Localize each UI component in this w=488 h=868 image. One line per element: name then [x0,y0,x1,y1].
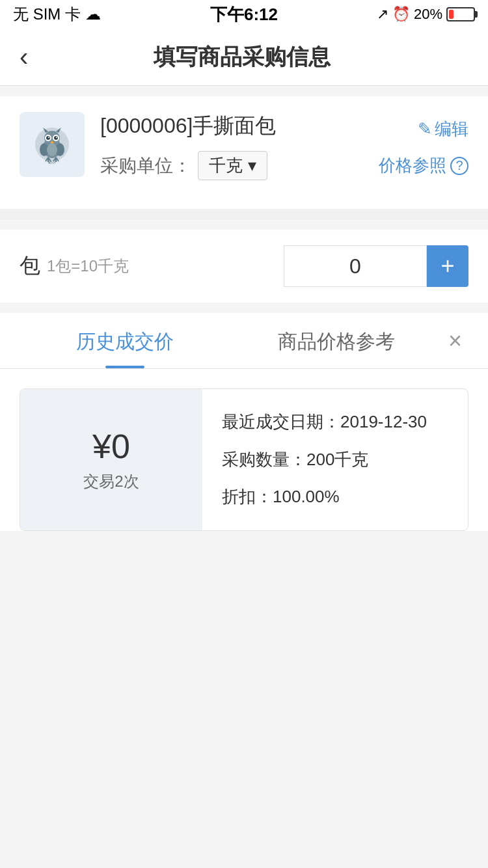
tabs-close-button[interactable]: × [442,327,468,355]
price-recent-date-row: 最近成交日期：2019-12-30 [222,409,448,436]
price-reference-button[interactable]: 价格参照 ? [379,154,468,177]
unit-value: 千克 [209,154,243,177]
price-ref-label: 价格参照 [379,154,446,177]
product-thumbnail: 鲜计 [33,125,72,164]
product-header: 鲜计 [0000006]手撕面包 ✎ 编辑 采购单位： 千克 ▾ [20,112,468,180]
alarm-icon: ⏰ [392,6,410,23]
svg-text:鲜计: 鲜计 [48,161,56,164]
status-time: 下午6:12 [210,3,278,26]
svg-point-10 [56,137,57,138]
svg-point-9 [48,137,49,138]
product-unit-row: 采购单位： 千克 ▾ 价格参照 ? [100,151,468,180]
nav-bar: ‹ 填写商品采购信息 [0,29,488,86]
svg-point-14 [47,143,57,156]
product-info: [0000006]手撕面包 ✎ 编辑 采购单位： 千克 ▾ 价格参照 ? [100,112,468,180]
quantity-input[interactable] [284,245,427,287]
price-left: ¥0 交易2次 [20,389,202,530]
location-icon: ↗ [377,6,388,23]
discount-label: 折扣： [222,487,273,506]
edit-button[interactable]: ✎ 编辑 [418,118,468,141]
package-label: 包 [20,252,40,280]
separator-1 [0,209,488,219]
product-name: [0000006]手撕面包 [100,112,276,141]
recent-date-value: 2019-12-30 [340,412,427,431]
tabs-container: 历史成交价 商品价格参考 × ¥0 交易2次 最近成交日期：2019-12-30… [0,313,488,531]
sim-status: 无 SIM 卡 ☁ [13,4,101,25]
edit-icon: ✎ [418,119,432,139]
status-right: ↗ ⏰ 20% [377,6,475,23]
quantity-controls: + [284,245,468,287]
tabs-header: 历史成交价 商品价格参考 × [0,313,488,369]
discount-value: 100.00% [273,487,340,506]
status-left: 无 SIM 卡 ☁ [13,4,101,25]
price-discount-row: 折扣：100.00% [222,483,448,511]
product-image: 鲜计 [20,112,85,177]
status-bar: 无 SIM 卡 ☁ 下午6:12 ↗ ⏰ 20% [0,0,488,29]
page-title: 填写商品采购信息 [41,42,442,72]
quantity-row: 包 1包=10千克 + [0,230,488,303]
info-icon: ? [450,157,468,175]
battery-icon [446,7,475,21]
price-card: ¥0 交易2次 最近成交日期：2019-12-30 采购数量：200千克 折扣：… [20,388,468,531]
currency-symbol: ¥ [92,427,111,465]
svg-point-7 [46,136,50,140]
product-card: 鲜计 [0000006]手撕面包 ✎ 编辑 采购单位： 千克 ▾ [0,96,488,209]
price-right: 最近成交日期：2019-12-30 采购数量：200千克 折扣：100.00% [202,389,468,530]
quantity-detail-label: 采购数量： [222,450,306,469]
package-info: 1包=10千克 [47,256,129,277]
tab-history-price[interactable]: 历史成交价 [20,313,230,368]
price-value: 0 [111,427,130,465]
quantity-plus-button[interactable]: + [427,245,468,287]
svg-point-8 [54,136,58,140]
tab-product-price-ref[interactable]: 商品价格参考 [230,313,441,368]
dropdown-arrow-icon: ▾ [248,156,256,176]
back-button[interactable]: ‹ [20,42,28,72]
recent-date-label: 最近成交日期： [222,412,340,431]
price-transactions: 交易2次 [83,471,139,492]
price-amount: ¥0 [92,427,130,466]
quantity-detail-value: 200千克 [306,450,368,469]
quantity-label: 包 1包=10千克 [20,252,129,280]
battery-percent: 20% [414,6,442,23]
unit-label: 采购单位： [100,154,191,178]
unit-select-dropdown[interactable]: 千克 ▾ [198,151,267,180]
price-quantity-row: 采购数量：200千克 [222,446,448,474]
